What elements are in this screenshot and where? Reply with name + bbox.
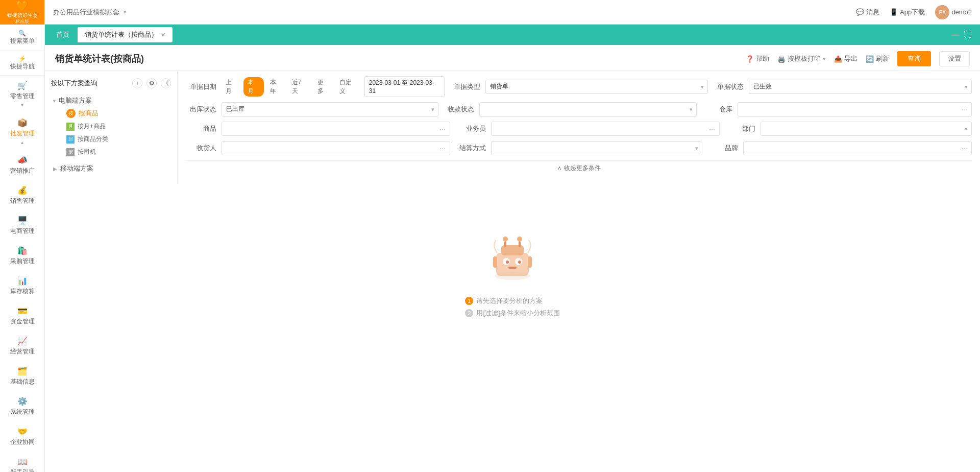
sidebar-item-wholesale[interactable]: 📦 批发管理 ▴	[0, 113, 44, 150]
doc-status-select[interactable]: 已生效	[749, 80, 972, 94]
date-tab-this-month[interactable]: 本月	[243, 77, 263, 97]
scheme-tree: ▾ 电脑端方案 按 按商品 月 按月+商品	[45, 90, 177, 179]
doc-type-wrapper: 销货单	[485, 80, 708, 94]
empty-icon	[482, 225, 543, 286]
tab-maximize-btn[interactable]: ⛶	[964, 30, 972, 39]
header-actions: 💬 消息 📱 App下载 Ea demo2	[856, 5, 972, 19]
page-actions: ❓ 帮助 🖨️ 按模板打印 ▾ 📤 导出 🔄 刷新 查询 设置	[746, 51, 970, 66]
tab-close-icon[interactable]: ✕	[161, 32, 165, 38]
sidebar-item-enterprise[interactable]: 🤝 企业协同	[0, 421, 44, 452]
scheme-settings-btn[interactable]: ⚙	[146, 78, 157, 88]
scheme-item-category-icon: 回	[66, 135, 75, 144]
tab-bar-actions: — ⛶	[951, 30, 976, 39]
user-avatar[interactable]: Ea demo2	[935, 5, 972, 19]
scheme-collapse-btn[interactable]: 《	[161, 78, 171, 88]
scheme-add-btn[interactable]: +	[132, 78, 142, 88]
desktop-group: ▾ 电脑端方案 按 按商品 月 按月+商品	[45, 92, 177, 160]
sidebar-item-sales[interactable]: 💰 销售管理	[0, 180, 44, 210]
tab-home[interactable]: 首页	[49, 27, 77, 42]
date-control: 上月 本月 本年 近7天 更多 自定义 2023-03-01 至 2023-03…	[222, 76, 445, 97]
refresh-btn[interactable]: 🔄 刷新	[866, 54, 889, 63]
scheme-header: 按以下方案查询 + ⚙ 《	[45, 76, 177, 90]
warehouse-dots-icon: ···	[961, 105, 967, 113]
doc-type-select[interactable]: 销货单	[485, 80, 708, 94]
sidebar-item-guide[interactable]: 📖 新手引导	[0, 452, 44, 472]
product-label: 商品	[186, 124, 216, 133]
svg-point-5	[506, 261, 509, 264]
refresh-icon: 🔄	[866, 55, 874, 63]
product-input[interactable]: ···	[222, 122, 450, 136]
app-sub: 标准版	[15, 18, 29, 25]
filter-row-4: 收货人 ··· 结算方式 品牌 ···	[186, 141, 972, 155]
scheme-panel: 按以下方案查询 + ⚙ 《 ▾ 电脑端方案 按 按商品	[45, 71, 178, 184]
print-icon: 🖨️	[777, 55, 786, 63]
date-tab-custom[interactable]: 自定义	[335, 77, 361, 97]
sidebar-item-inventory[interactable]: 📊 库存核算	[0, 271, 44, 301]
message-icon: 💬	[856, 8, 864, 16]
industry-dropdown-icon: ▾	[124, 9, 127, 15]
date-tab-more[interactable]: 更多	[313, 77, 333, 97]
svg-rect-10	[504, 241, 506, 247]
empty-tip-1: 1 请先选择要分析的方案	[465, 296, 559, 305]
scheme-item-by-month[interactable]: 月 按月+商品	[63, 120, 171, 133]
print-btn[interactable]: 🖨️ 按模板打印 ▾	[777, 54, 826, 63]
scheme-items: 按 按商品 月 按月+商品 回 按商品分类	[53, 107, 171, 158]
export-icon: 📤	[834, 55, 842, 63]
filter-panel: 单据日期 上月 本月 本年 近7天 更多 自定义 2023-03-01 至 20…	[178, 71, 980, 184]
help-icon: ❓	[746, 55, 754, 63]
dept-select[interactable]	[761, 122, 972, 136]
tab-minimize-btn[interactable]: —	[951, 30, 960, 39]
search-menu[interactable]: 🔍 搜索菜单	[0, 25, 44, 51]
date-tab-this-year[interactable]: 本年	[266, 77, 286, 97]
sidebar-item-operation[interactable]: 📈 经营管理	[0, 331, 44, 361]
sidebar-item-purchase[interactable]: 🛍️ 采购管理	[0, 241, 44, 271]
industry-selector[interactable]: 办公用品行业模拟账套 ▾	[53, 8, 127, 17]
desktop-group-title[interactable]: ▾ 电脑端方案	[53, 95, 171, 107]
storage-status-wrapper: 已出库	[222, 102, 438, 116]
sidebar-item-system[interactable]: ⚙️ 系统管理	[0, 391, 44, 421]
svg-point-6	[518, 261, 521, 264]
mobile-group-title[interactable]: ▶ 移动端方案	[53, 162, 171, 175]
quick-nav[interactable]: ⚡ 快捷导航	[0, 51, 44, 76]
date-tab-7days[interactable]: 近7天	[288, 77, 311, 97]
brand-input[interactable]: ···	[743, 141, 972, 155]
collapse-bar[interactable]: ∧ 收起更多条件	[186, 160, 972, 176]
sidebar-item-retail[interactable]: 🛒 零售管理 ▾	[0, 76, 44, 113]
message-btn[interactable]: 💬 消息	[856, 8, 879, 17]
export-btn[interactable]: 📤 导出	[834, 54, 857, 63]
date-tab-last-month[interactable]: 上月	[222, 77, 241, 97]
storage-status-select[interactable]: 已出库	[222, 102, 438, 116]
app-download-btn[interactable]: 📱 App下载	[890, 8, 925, 17]
warehouse-input[interactable]: ···	[738, 102, 972, 116]
date-label: 单据日期	[186, 82, 216, 91]
scheme-item-by-product[interactable]: 按 按商品	[63, 107, 171, 120]
scheme-item-by-cashier[interactable]: 按 按司机	[63, 146, 171, 158]
sidebar-item-marketing[interactable]: 📣 营销推广	[0, 150, 44, 180]
filter-row-1: 单据日期 上月 本月 本年 近7天 更多 自定义 2023-03-01 至 20…	[186, 76, 972, 97]
scheme-item-by-category[interactable]: 回 按商品分类	[63, 133, 171, 146]
sidebar-item-ecommerce[interactable]: 🖥️ 电商管理	[0, 210, 44, 241]
recipient-input[interactable]: ···	[222, 141, 450, 155]
product-dots-icon: ···	[439, 125, 446, 133]
staff-input[interactable]: ···	[491, 122, 720, 136]
collection-status-wrapper	[479, 102, 696, 116]
storage-status-label: 出库状态	[186, 105, 216, 114]
sidebar-item-basic[interactable]: 🗂️ 基础信息	[0, 361, 44, 391]
payment-label: 结算方式	[455, 144, 486, 153]
svg-rect-1	[496, 253, 529, 276]
collection-status-select[interactable]	[479, 102, 696, 116]
svg-rect-7	[508, 267, 517, 269]
svg-rect-9	[528, 256, 532, 268]
content-area: 销货单统计表(按商品) ❓ 帮助 🖨️ 按模板打印 ▾ 📤 导出 🔄 刷新	[45, 45, 980, 472]
payment-select[interactable]	[491, 141, 702, 155]
date-range-input[interactable]: 2023-03-01 至 2023-03-31	[364, 76, 445, 97]
sidebar-item-finance[interactable]: 💳 资金管理	[0, 301, 44, 331]
help-btn[interactable]: ❓ 帮助	[746, 54, 769, 63]
query-button[interactable]: 查询	[897, 51, 931, 66]
mobile-group: ▶ 移动端方案	[45, 160, 177, 177]
nav-menu: 🛒 零售管理 ▾ 📦 批发管理 ▴ 📣 营销推广 💰 销售管理 🖥️ 电商管理 …	[0, 76, 44, 472]
settings-button[interactable]: 设置	[939, 51, 970, 66]
scheme-item-month-icon: 月	[66, 123, 75, 131]
staff-label: 业务员	[455, 124, 486, 133]
tab-sales-stat[interactable]: 销货单统计表（按商品） ✕	[78, 27, 173, 42]
